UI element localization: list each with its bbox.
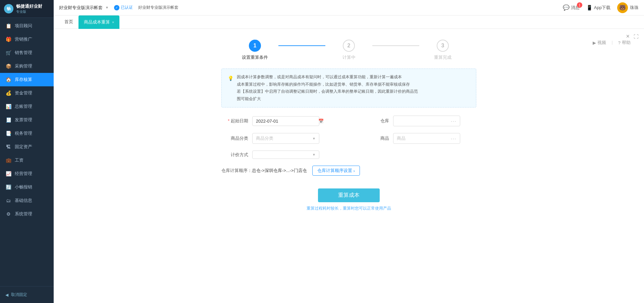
warehouse-select[interactable]: ··· <box>393 116 460 126</box>
sidebar-item-invoice[interactable]: 🧾 发票管理 <box>0 113 54 127</box>
sidebar-item-assets[interactable]: 🏗 固定资产 <box>0 140 54 154</box>
step-line-1 <box>278 45 325 46</box>
pricing-label: 计价方式 <box>221 152 248 158</box>
video-link[interactable]: ▶ 视频 <box>593 40 606 46</box>
sidebar-item-tax[interactable]: 📑 税务管理 <box>0 127 54 140</box>
sidebar-item-inventory[interactable]: 🏠 库存核算 <box>0 73 54 86</box>
sidebar-item-finance[interactable]: 💰 资金管理 <box>0 86 54 100</box>
help-area: ▶ 视频 | ? 帮助 <box>593 40 631 46</box>
sidebar-item-accounting[interactable]: 📊 总账管理 <box>0 100 54 113</box>
sidebar-item-label: 固定资产 <box>15 144 32 150</box>
form-row-1: 起始日期 📅 仓库 ··· <box>221 116 476 126</box>
logo-icon: 畅 <box>4 4 13 13</box>
warehouse-btn-label: 仓库计算顺序设置 <box>317 168 352 174</box>
marketing-icon: 🎁 <box>5 36 11 42</box>
form-group-category: 商品分类 商品分类 ▼ <box>221 133 335 144</box>
accounting-icon: 📊 <box>5 103 11 110</box>
invoice-icon: 🧾 <box>5 117 11 123</box>
app-download-button[interactable]: 📱 App下载 <box>586 5 610 11</box>
tab-active-label: 商品成本重算 <box>84 19 110 25</box>
username: 珠珠 <box>630 5 639 11</box>
tab-close-icon[interactable]: × <box>112 20 114 24</box>
notice-line-4: 围可能会扩大 <box>237 95 418 103</box>
topbar-right: 💬 消息 1 📱 App下载 🐻 珠珠 <box>563 2 639 13</box>
sidebar-item-purchase[interactable]: 📦 采购管理 <box>0 59 54 73</box>
unpin-button[interactable]: ◀ 取消固定 <box>0 289 54 300</box>
sidebar-item-label: 经营管理 <box>15 171 32 177</box>
notice-line-1: 因成本计算参数调整，或是对商品成本有疑问时，可以通过成本重算功能，重新计算一遍成… <box>237 74 418 81</box>
pricing-select[interactable]: ▼ <box>252 150 319 159</box>
tab-cost-recalc[interactable]: 商品成本重算 × <box>78 15 119 29</box>
category-select[interactable]: 商品分类 ▼ <box>252 133 319 144</box>
sidebar-item-marketing[interactable]: 🎁 营销推广 <box>0 33 54 46</box>
tax-icon: 📑 <box>5 130 11 136</box>
sidebar-item-label: 采购管理 <box>15 63 32 69</box>
app-logo: 畅 畅捷通好业财 专业版 <box>0 0 54 18</box>
notice-box: 💡 因成本计算参数调整，或是对商品成本有疑问时，可以通过成本重算功能，重新计算一… <box>221 69 476 107</box>
date-value[interactable] <box>253 117 316 126</box>
step-1-circle: 1 <box>249 40 261 52</box>
help-link[interactable]: ? 帮助 <box>618 40 631 46</box>
inventory-icon: 🏠 <box>5 77 11 83</box>
form-group-pricing: 计价方式 ▼ <box>221 150 476 159</box>
goods-placeholder: 商品 <box>397 135 406 141</box>
warehouse-order-settings-button[interactable]: 仓库计算顺序设置 › <box>312 166 360 176</box>
play-icon: ▶ <box>593 40 596 45</box>
form-group-date: 起始日期 📅 <box>221 116 335 126</box>
user-menu[interactable]: 🐻 珠珠 <box>617 2 639 13</box>
sales-icon: 🛒 <box>5 50 11 56</box>
notice-line-2: 成本重算过程中，影响库存账的操作均不能操作，比如进货单、销货单、库存单据不能审核… <box>237 81 418 88</box>
steps-wrapper: 1 设置重算条件 2 计算中 3 <box>231 40 466 60</box>
account-name: 好业财专业版演示帐套 <box>59 5 103 11</box>
topbar: 好业财专业版演示帐套 ▼ ✓ 已认证 好业财专业版演示帐套 💬 消息 1 📱 A… <box>54 0 644 15</box>
sidebar-item-label: 库存核算 <box>15 77 32 83</box>
sidebar-item-label: 发票管理 <box>15 117 32 123</box>
start-date-input[interactable]: 📅 <box>252 116 319 126</box>
sidebar-item-basic[interactable]: 🗂 基础信息 <box>0 194 54 207</box>
content-panel: × ⛶ 1 设置重算条件 2 计算中 <box>54 29 644 303</box>
app-edition: 专业版 <box>16 9 42 14</box>
sidebar-item-salary[interactable]: 💼 工资 <box>0 154 54 167</box>
step-2-label: 计算中 <box>342 54 356 60</box>
notification-badge: 1 <box>577 2 582 8</box>
account-selector[interactable]: 好业财专业版演示帐套 ▼ <box>59 5 109 11</box>
goods-label: 商品 <box>362 135 389 141</box>
recalc-note: 重算过程耗时较长，重算时您可以正常使用产品 <box>307 206 391 211</box>
step-1-label: 设置重算条件 <box>242 54 268 60</box>
message-button[interactable]: 💬 消息 1 <box>563 4 580 11</box>
sidebar-item-system[interactable]: ⚙ 系统管理 <box>0 207 54 221</box>
help-label: 帮助 <box>622 40 631 46</box>
step-2-circle: 2 <box>343 40 355 52</box>
calendar-icon[interactable]: 📅 <box>316 119 326 124</box>
category-placeholder: 商品分类 <box>256 135 273 141</box>
sidebar-item-operations[interactable]: 📈 经营管理 <box>0 167 54 180</box>
notice-line-3: 若【系统设置】中启用了自动调整记账日期时，会调整入库单的整单记账日期，因此重新计… <box>237 88 418 95</box>
project-icon: 📋 <box>5 23 11 29</box>
chevron-down-icon: ▼ <box>312 153 316 157</box>
tab-home[interactable]: 首页 <box>59 15 78 29</box>
question-icon: ? <box>618 40 621 45</box>
salary-icon: 💼 <box>5 157 11 163</box>
warehouse-label: 仓库 <box>362 118 389 124</box>
goods-select[interactable]: 商品 ··· <box>393 133 460 144</box>
expense-icon: 🔄 <box>5 184 11 190</box>
start-date-label: 起始日期 <box>221 118 248 124</box>
system-icon: ⚙ <box>5 211 11 217</box>
mobile-icon: 📱 <box>586 5 593 11</box>
sidebar-item-expense[interactable]: 🔄 小畅报销 <box>0 180 54 194</box>
sidebar-item-label: 系统管理 <box>15 211 32 217</box>
step-3: 3 重算完成 <box>419 40 466 60</box>
sidebar-bottom: ◀ 取消固定 <box>0 286 54 303</box>
sidebar-item-label: 基础信息 <box>15 198 32 204</box>
sidebar-item-project[interactable]: 📋 项目顾问 <box>0 19 54 33</box>
form-area: 起始日期 📅 仓库 ··· <box>221 116 476 166</box>
form-group-warehouse: 仓库 ··· <box>362 116 476 126</box>
form-row-3: 计价方式 ▼ <box>221 150 476 159</box>
video-label: 视频 <box>597 40 606 46</box>
sidebar-item-sales[interactable]: 🛒 销售管理 <box>0 46 54 59</box>
assets-icon: 🏗 <box>5 144 11 150</box>
recalc-button[interactable]: 重算成本 <box>318 188 380 202</box>
basic-icon: 🗂 <box>5 198 11 204</box>
tab-home-label: 首页 <box>64 19 73 25</box>
sidebar-item-label: 销售管理 <box>15 50 32 56</box>
